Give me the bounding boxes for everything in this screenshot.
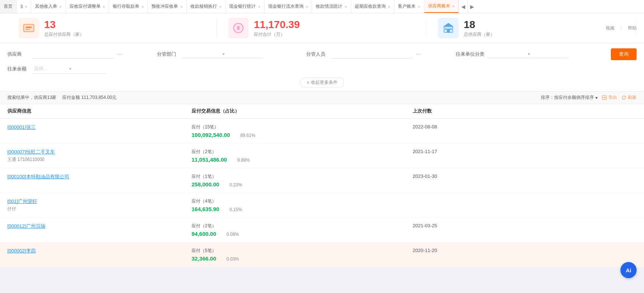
svg-rect-2 — [26, 29, 29, 30]
supplier-count-label: 总应付供应商（家） — [44, 31, 84, 38]
payable-label-3: 应付（4笔） — [192, 198, 413, 204]
nav-label-home: 首页 — [4, 3, 13, 10]
table-header: 供应商信息 应付交易信息（占比） 上次付数 — [0, 104, 644, 119]
supplier-input[interactable] — [32, 50, 113, 59]
close-icon-customer-ledger[interactable]: × — [418, 4, 420, 9]
payable-icon: ¥ — [228, 18, 249, 38]
nav-item-overdue-ar[interactable]: 超期应收款查询 × — [351, 0, 394, 13]
svg-marker-6 — [443, 23, 454, 27]
nav-item-other-income[interactable]: 其他收入单 × — [31, 0, 66, 13]
supplier-info-5: [000002]李四 — [7, 248, 192, 254]
close-icon-supplier-ledger[interactable]: × — [452, 4, 455, 8]
payable-info-1: 应付（2笔） 11,051,486.00 9.89% — [192, 149, 413, 163]
sort-button[interactable]: 排序：按应付余额倒序排序 ▾ — [541, 94, 598, 101]
amount-info-text: 应付金额 111,703,854.00元 — [62, 94, 116, 101]
filter-category: 往来单位分类 ▾ — [456, 50, 605, 58]
payable-amount-5[interactable]: 32,366.00 — [192, 255, 216, 262]
nav-label-tab3: 3 — [20, 4, 23, 9]
query-button[interactable]: 查询 — [611, 48, 637, 60]
payable-label-4: 应付（2笔） — [192, 223, 413, 229]
last-payment-0: 2022-08-08 — [413, 124, 637, 130]
nav-label-other-income: 其他收入单 — [35, 3, 57, 10]
payable-percent-3: 0.15% — [230, 207, 242, 212]
svg-text:¥: ¥ — [237, 25, 240, 31]
collapse-button[interactable]: ∧ 收起更多条件 — [300, 77, 344, 87]
payable-info-4: 应付（2笔） 94,600.00 0.08% — [192, 223, 413, 237]
last-payment-2: 2023-01-30 — [413, 173, 637, 179]
filter-row-1: 供应商 ··· 分管部门 ▾ 分管人员 ··· 往来单位分类 ▾ 查询 — [7, 48, 637, 60]
nav-item-cash-bank-stat[interactable]: 现金银行统计 × — [225, 0, 264, 13]
payable-amount-1[interactable]: 11,051,486.00 — [192, 156, 227, 163]
category-select[interactable]: ▾ — [487, 50, 568, 58]
sort-arrow-icon: ▾ — [595, 95, 598, 100]
refresh-label: 刷新 — [628, 94, 637, 101]
help-link[interactable]: 帮助 — [628, 25, 637, 31]
nav-item-bank[interactable]: 银行存取款单 × — [109, 0, 148, 13]
result-bar: 搜索结果中，供应商13家 应付金额 111,703,854.00元 排序：按应付… — [0, 92, 644, 104]
table-area: 供应商信息 应付交易信息（占比） 上次付数 [000001]张三 应付（15笔）… — [0, 104, 644, 267]
supplier-link-5[interactable]: [000002]李四 — [7, 248, 192, 254]
close-icon-tab3[interactable]: × — [25, 4, 27, 9]
supplier-link-2[interactable]: [000100]本特勒油品有限公司 — [7, 173, 192, 180]
filter-row-2: 往来余额 选择... ▾ — [7, 64, 637, 74]
nav-item-tab3[interactable]: 3 × — [17, 0, 31, 13]
payable-amount-2[interactable]: 258,000.00 — [192, 181, 219, 187]
close-icon-prepay[interactable]: × — [180, 4, 182, 9]
balance-placeholder: 选择... — [34, 65, 69, 72]
close-icon-receipt-stat[interactable]: × — [344, 4, 347, 9]
payable-amount-3[interactable]: 164,635.90 — [192, 206, 219, 212]
total-supplier-number: 18 — [464, 18, 495, 31]
close-icon-cash-bank-stat[interactable]: × — [258, 4, 260, 9]
category-label: 往来单位分类 — [456, 51, 484, 58]
person-input[interactable] — [331, 50, 412, 59]
nav-item-ar-ap[interactable]: 应收应付调整单 × — [66, 0, 109, 13]
chevron-down-icon-3: ▾ — [69, 66, 105, 71]
department-select[interactable]: ▾ — [182, 50, 263, 58]
close-icon-ar-ap[interactable]: × — [103, 4, 105, 9]
supplier-link-4[interactable]: [000012]广州贝瑞 — [7, 223, 192, 230]
nav-prev-arrow[interactable]: ◀ — [459, 0, 468, 13]
collapse-section: ∧ 收起更多条件 — [7, 77, 637, 87]
supplier-info-0: [000001]张三 — [7, 124, 192, 131]
chevron-up-icon: ∧ — [307, 80, 309, 85]
nav-item-receipt-stat[interactable]: 收款情况统计 × — [312, 0, 351, 13]
payable-amount-0[interactable]: 100,092,540.00 — [192, 132, 230, 138]
nav-item-home[interactable]: 首页 — [0, 0, 17, 13]
filter-supplier: 供应商 ··· — [7, 50, 157, 59]
summary-info-3: 18 总供应商（家） — [464, 18, 495, 38]
nav-item-receipt-exec[interactable]: 收款核销执行 × — [187, 0, 225, 13]
nav-bar: 首页 3 × 其他收入单 × 应收应付调整单 × 银行存取款单 × 预收冲应收单… — [0, 0, 644, 13]
table-row: [000007]恒旺二手叉车 王通 17106110000 应付（2笔） 11,… — [0, 144, 644, 168]
supplier-link-3[interactable]: [001]广州荣轩 — [7, 198, 192, 205]
svg-rect-1 — [26, 27, 32, 28]
video-link[interactable]: 视频 — [606, 25, 615, 31]
nav-item-customer-ledger[interactable]: 客户账本 × — [394, 0, 424, 13]
supplier-link-0[interactable]: [000001]张三 — [7, 124, 192, 131]
payable-percent-1: 9.89% — [237, 158, 250, 163]
balance-select[interactable]: 选择... ▾ — [32, 64, 106, 74]
department-label: 分管部门 — [157, 51, 179, 58]
supplier-count-number: 13 — [44, 18, 84, 31]
summary-info-1: 13 总应付供应商（家） — [44, 18, 84, 38]
person-dots[interactable]: ··· — [416, 51, 421, 58]
nav-item-cash-flow[interactable]: 现金银行流水查询 × — [265, 0, 312, 13]
summary-info-2: 11,170.39 应付合计（万） — [254, 18, 300, 38]
nav-item-supplier-ledger[interactable]: 供应商账本 × — [424, 0, 459, 13]
payable-info-3: 应付（4笔） 164,635.90 0.15% — [192, 198, 413, 212]
supplier-link-1[interactable]: [000007]恒旺二手叉车 — [7, 149, 192, 155]
chevron-down-icon: ▾ — [223, 52, 262, 56]
payable-amount-4[interactable]: 94,600.00 — [192, 231, 216, 237]
close-icon-other-income[interactable]: × — [59, 4, 62, 9]
nav-item-prepay[interactable]: 预收冲应收单 × — [148, 0, 186, 13]
refresh-button[interactable]: 刷新 — [622, 94, 637, 101]
export-button[interactable]: 导出 — [602, 94, 617, 101]
close-icon-overdue-ar[interactable]: × — [388, 4, 390, 9]
close-icon-cash-flow[interactable]: × — [306, 4, 308, 9]
result-info: 搜索结果中，供应商13家 应付金额 111,703,854.00元 — [7, 94, 116, 101]
nav-label-supplier-ledger: 供应商账本 — [428, 3, 450, 9]
nav-next-arrow[interactable]: ▶ — [468, 0, 476, 13]
total-supplier-label: 总供应商（家） — [464, 31, 495, 38]
supplier-dots[interactable]: ··· — [117, 51, 122, 58]
close-icon-bank[interactable]: × — [141, 4, 144, 9]
close-icon-receipt-exec[interactable]: × — [219, 4, 221, 9]
